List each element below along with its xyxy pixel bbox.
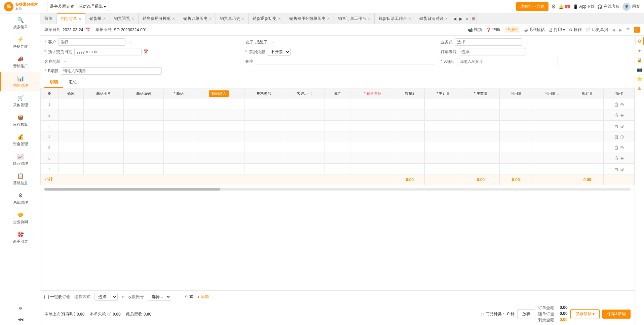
tab-prev-btn[interactable]: ◀: [452, 13, 458, 24]
expected-delivery-input[interactable]: [74, 48, 142, 55]
tab-summary[interactable]: 汇总: [63, 77, 82, 88]
copy-row-2-icon[interactable]: ⊕: [620, 113, 624, 118]
sidebar-item-marketing[interactable]: 📣 营销推广: [0, 52, 40, 72]
customer-input[interactable]: [58, 38, 125, 46]
tab-close-receivable-clear[interactable]: ✕: [408, 17, 411, 21]
tab-close-sales-refund[interactable]: ✕: [131, 17, 134, 21]
sidebar-item-collapse[interactable]: ◀◀: [0, 314, 40, 325]
tab-sales-order[interactable]: 销售订单 ✕: [57, 13, 85, 24]
operate-btn[interactable]: ⚙ 操作: [569, 27, 582, 33]
sidebar-item-search[interactable]: 🔍 搜索菜单: [0, 13, 40, 33]
cell-1-main-unit[interactable]: [424, 99, 462, 110]
copy-row-7-icon[interactable]: ⊕: [620, 166, 624, 172]
delete-row-4-icon[interactable]: 🗑: [614, 134, 619, 139]
tab-close-sales-order-workbench[interactable]: ✕: [368, 17, 370, 21]
delete-row-1-icon[interactable]: 🗑: [614, 102, 619, 107]
sidebar-item-base-info[interactable]: 📋 基础信息: [0, 169, 40, 189]
receipt-account-select[interactable]: 选择...: [148, 293, 171, 301]
salesperson-ellipsis[interactable]: ···: [524, 40, 530, 44]
tab-close-sales-return[interactable]: ✕: [103, 17, 106, 21]
print-btn[interactable]: 🖨 打印 ▾: [549, 27, 565, 33]
copy-row-4-icon[interactable]: ⊕: [620, 134, 624, 139]
delete-row-2-icon[interactable]: 🗑: [614, 113, 619, 118]
settlement-method-select[interactable]: 选择...: [94, 293, 118, 301]
sidebar-item-system[interactable]: ⚙ 系统管理: [0, 189, 40, 208]
warehouse-ellipsis[interactable]: ···: [269, 40, 275, 44]
sidebar-item-quick-nav[interactable]: ⚡ 快捷导航: [0, 33, 40, 52]
cell-1-warehouse[interactable]: [58, 99, 84, 110]
tab-sales-return-history[interactable]: 销货单历史 ✕: [216, 13, 249, 24]
add-receipt-btn[interactable]: ● 添加: [197, 294, 209, 300]
delete-row-7-icon[interactable]: 🗑: [614, 166, 619, 172]
history-btn[interactable]: 📄 历史单据: [586, 27, 608, 33]
order-source-input[interactable]: [459, 48, 526, 55]
tab-sales-refund[interactable]: 销货退货 ✕: [110, 13, 139, 24]
order-source-ellipsis[interactable]: ···: [528, 49, 534, 54]
sidebar-settings-btn[interactable]: ⚙: [636, 37, 644, 45]
sidebar-camera-icon[interactable]: 📷: [636, 65, 644, 73]
tab-receivable-clear[interactable]: 钱货日清工作台 ✕: [375, 13, 415, 24]
save-new-btn[interactable]: 保存&新增: [602, 310, 631, 319]
delete-row-5-icon[interactable]: 🗑: [614, 145, 619, 150]
help-btn[interactable]: ❓ 帮助: [486, 27, 500, 33]
cell-1-sales-unit[interactable]: [350, 99, 395, 110]
solution-btn[interactable]: 体验行业方案: [516, 2, 548, 11]
sidebar-barcode-icon[interactable]: ⊞: [636, 84, 644, 92]
tab-close-sales-order-history[interactable]: ✕: [209, 17, 212, 21]
delivery-calendar-icon[interactable]: 📅: [144, 49, 149, 54]
nav-left-btn[interactable]: ◀: [612, 28, 615, 32]
col-settings[interactable]: ⚙: [41, 88, 59, 99]
sidebar-item-operations[interactable]: 📈 经营管理: [0, 150, 40, 169]
tab-close-fee-split-history[interactable]: ✕: [327, 17, 330, 21]
copy-row-5-icon[interactable]: ⊕: [620, 145, 624, 150]
nav-right-btn[interactable]: ▶: [619, 28, 622, 32]
tab-detail[interactable]: 明细: [44, 77, 63, 88]
view-btn[interactable]: 📹 视频: [468, 27, 482, 33]
tab-close-sales-order[interactable]: ✕: [78, 17, 81, 21]
auto-receive-checkbox[interactable]: 一键收订金: [44, 294, 70, 300]
discard-btn[interactable]: 放弃: [517, 309, 535, 319]
tab-close-all-btn[interactable]: ✕: [464, 13, 470, 24]
sidebar-item-inventory[interactable]: 📦 库存核算: [0, 111, 40, 130]
settings-gear-icon[interactable]: ⚙: [551, 3, 556, 10]
sidebar-item-sales[interactable]: 📊 销售管理: [0, 72, 40, 91]
sidebar-item-bottom-settings[interactable]: ⚙: [0, 303, 40, 314]
app-download-btn[interactable]: 📱 App下载: [573, 4, 595, 9]
copy-row-1-icon[interactable]: ⊕: [620, 102, 624, 107]
tab-sales-fee-split-history[interactable]: 销售费用分摊单历史 ✕: [285, 13, 334, 24]
invoice-type-select[interactable]: 不开票: [267, 48, 291, 56]
tab-sales-refund-history[interactable]: 销货退货历史 ✕: [249, 13, 285, 24]
sidebar-item-guide[interactable]: 🎯 新手引导: [0, 228, 40, 247]
online-support-btn[interactable]: 🎧 在线客服: [597, 4, 620, 9]
auto-receive-check[interactable]: [44, 295, 49, 299]
tab-close-receivable-reconcile[interactable]: ✕: [445, 17, 448, 21]
salesperson-input[interactable]: [455, 38, 522, 46]
profit-btn[interactable]: ◎ 毛利预估: [524, 27, 545, 33]
sidebar-item-finance[interactable]: 💰 资金管理: [0, 130, 40, 150]
system-selector[interactable]: 装备及固定资产辅助管理系统 ▾: [47, 2, 109, 11]
calendar-icon[interactable]: 📅: [85, 28, 90, 32]
sidebar-star-icon[interactable]: ⭐: [636, 75, 644, 83]
delete-row-3-icon[interactable]: 🗑: [614, 123, 619, 129]
tab-close-sales-fee-split[interactable]: ✕: [172, 17, 175, 21]
tab-receivable-reconcile[interactable]: 钱货日清对账 ✕: [415, 13, 452, 24]
user-area[interactable]: 👤 用友: [622, 3, 640, 11]
cell-1-spec[interactable]: [244, 99, 284, 110]
shortcut-btn[interactable]: 快捷键: [504, 26, 520, 33]
delete-row-6-icon[interactable]: 🗑: [614, 156, 619, 161]
copy-row-3-icon[interactable]: ⊕: [620, 123, 624, 129]
cell-1-main-qty[interactable]: [462, 99, 500, 110]
sidebar-lock-icon[interactable]: 🔒: [636, 56, 644, 64]
tab-next-btn[interactable]: ▶: [458, 13, 464, 24]
customer-address-ellipsis[interactable]: ···: [63, 59, 69, 64]
tab-sales-fee-split[interactable]: 销售费用分摊单 ✕: [139, 13, 179, 24]
b-project-input[interactable]: [61, 67, 162, 75]
customer-ellipsis[interactable]: ···: [127, 40, 134, 44]
table-scrollbar[interactable]: [40, 185, 635, 193]
receipt-ellipsis[interactable]: ···: [175, 294, 181, 299]
tab-close-sales-refund-history[interactable]: ✕: [278, 17, 281, 21]
scan-btn[interactable]: 扫码录入: [209, 90, 229, 97]
sidebar-item-enterprise[interactable]: 🤝 企业协同: [0, 208, 40, 228]
sidebar-item-purchase[interactable]: 🛒 采购管理: [0, 91, 40, 111]
cell-1-attributes[interactable]: [325, 99, 350, 110]
